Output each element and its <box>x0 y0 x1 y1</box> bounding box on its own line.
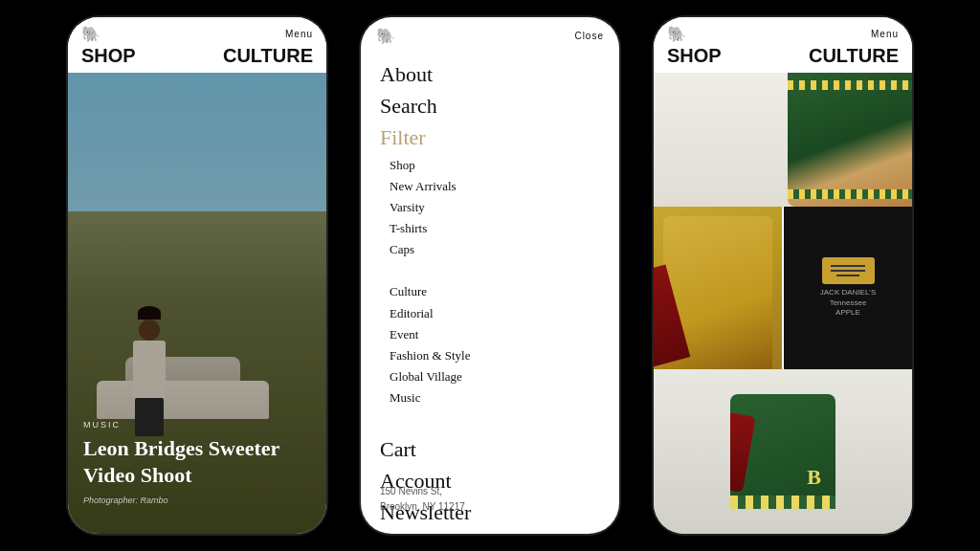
nav-tshirts[interactable]: T-shirts <box>390 218 600 239</box>
nav-cart[interactable]: Cart <box>380 433 600 465</box>
right-img-mid-left <box>654 207 782 369</box>
nav-search[interactable]: Search <box>380 90 600 121</box>
tag-line-3 <box>836 275 859 276</box>
tag-container: JACK DANIEL'STennesseeAPPLE <box>820 257 876 318</box>
address-line1: 150 Nevins St, <box>380 484 465 499</box>
menu-button-right[interactable]: Menu <box>871 29 899 39</box>
white-shirt-bg <box>654 73 796 207</box>
nav-music[interactable]: Music <box>390 387 600 408</box>
hero-tag: MUSIC <box>83 420 311 430</box>
hero-content: MUSIC Leon Bridges Sweeter Video Shoot P… <box>83 420 311 505</box>
tag-line-1 <box>831 265 865 267</box>
green-jacket-letter: B <box>807 465 821 490</box>
culture-label-right[interactable]: CULTURE <box>809 45 899 67</box>
green-varsity-jacket: B <box>730 394 835 509</box>
nav-global-village[interactable]: Global Village <box>390 366 600 387</box>
right-img-mid-right: JACK DANIEL'STennesseeAPPLE <box>784 207 912 369</box>
culture-label-left[interactable]: CULTURE <box>223 45 313 67</box>
nav-culture[interactable]: Culture <box>390 281 600 302</box>
nav-fashion-style[interactable]: Fashion & Style <box>390 345 600 366</box>
hero-title: Leon Bridges Sweeter Video Shoot <box>83 435 311 488</box>
nav-new-arrivals[interactable]: New Arrivals <box>390 176 600 197</box>
varsity-jacket-top <box>788 73 912 207</box>
elephant-icon-left: 🐘 <box>81 25 100 43</box>
mid-footer-address: 150 Nevins St, Brooklyn, NY 11217 <box>380 484 465 515</box>
left-phone: 🐘 Menu SHOP CULTURE <box>68 17 326 534</box>
green-jacket-stripe <box>730 496 835 509</box>
close-button[interactable]: Close <box>574 31 604 41</box>
nav-caps[interactable]: Caps <box>390 239 600 260</box>
address-line2: Brooklyn, NY 11217 <box>380 499 465 515</box>
stripe-bottom <box>788 189 912 199</box>
right-phone-header: 🐘 Menu SHOP CULTURE <box>654 17 912 71</box>
elephant-icon-right: 🐘 <box>667 25 686 43</box>
nav-editorial[interactable]: Editorial <box>390 303 600 324</box>
shop-label-right[interactable]: SHOP <box>667 45 722 67</box>
nav-filter[interactable]: Filter <box>380 121 600 153</box>
nav-event[interactable]: Event <box>390 324 600 345</box>
right-img-bottom: B <box>654 369 912 534</box>
nav-shop[interactable]: Shop <box>390 155 600 176</box>
hero-credit: Photographer: Rambo <box>83 496 311 505</box>
tag-text: JACK DANIEL'STennesseeAPPLE <box>820 288 876 318</box>
nav-about[interactable]: About <box>380 58 600 90</box>
stripe-top <box>788 80 912 90</box>
elephant-icon-mid: 🐘 <box>376 27 395 45</box>
culture-submenu: Culture Editorial Event Fashion & Style … <box>380 281 600 408</box>
mid-phone: 🐘 Close About Search Filter Shop New Arr… <box>361 17 619 534</box>
label-tag <box>822 257 875 284</box>
shop-label-left[interactable]: SHOP <box>81 45 136 67</box>
tag-line-2 <box>831 270 865 272</box>
green-jacket-sleeve <box>730 410 756 493</box>
right-img-top <box>654 73 912 207</box>
mid-nav: About Search Filter Shop New Arrivals Va… <box>361 51 619 424</box>
nav-varsity[interactable]: Varsity <box>390 197 600 218</box>
right-content: JACK DANIEL'STennesseeAPPLE B <box>654 17 912 534</box>
menu-button-left[interactable]: Menu <box>285 29 313 39</box>
shop-submenu: Shop New Arrivals Varsity T-shirts Caps <box>380 155 600 260</box>
left-phone-header: 🐘 Menu SHOP CULTURE <box>68 17 326 71</box>
mid-phone-header: 🐘 Close <box>361 17 619 51</box>
screens-container: 🐘 Menu SHOP CULTURE <box>0 0 980 551</box>
right-img-mid: JACK DANIEL'STennesseeAPPLE <box>654 207 912 369</box>
right-phone: 🐘 Menu SHOP CULTURE <box>654 17 912 534</box>
